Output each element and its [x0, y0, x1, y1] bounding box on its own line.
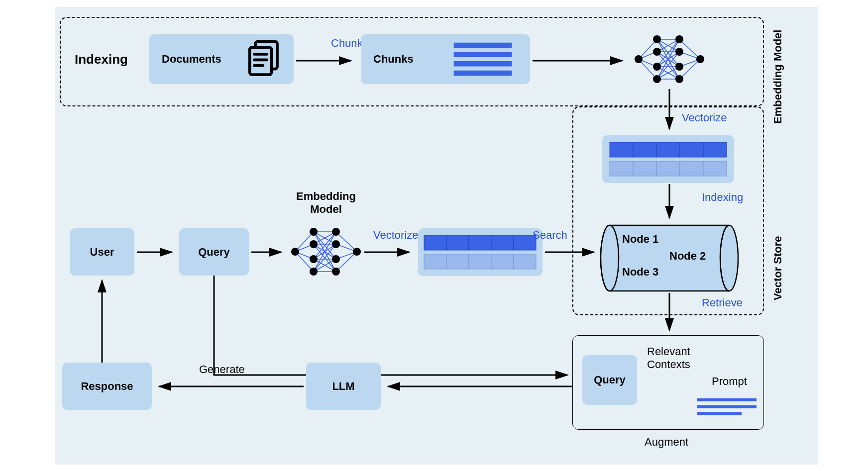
svg-line-34 [679, 59, 700, 79]
documents-icon [243, 36, 289, 82]
prompt-label: Prompt [712, 375, 747, 388]
response-label: Response [81, 380, 133, 393]
svg-point-91 [332, 228, 340, 236]
documents-label: Documents [162, 53, 221, 66]
search-label: Search [533, 229, 567, 242]
arrow-indexing-down [664, 184, 674, 223]
arrow-query-to-augment [209, 276, 577, 390]
svg-rect-55 [703, 161, 727, 176]
indexing-down-label: Indexing [702, 191, 743, 204]
svg-rect-50 [703, 142, 727, 157]
arrow-response-to-user [97, 276, 107, 363]
svg-point-92 [332, 240, 340, 248]
arrow-retrieve [664, 293, 674, 335]
svg-rect-51 [610, 161, 633, 176]
svg-line-82 [336, 232, 357, 252]
svg-rect-97 [424, 235, 446, 250]
arrow-query-nn [251, 247, 286, 257]
svg-rect-98 [446, 235, 469, 250]
neural-net-icon-center [286, 222, 366, 282]
arrow-augment-llm [383, 381, 572, 391]
augment-query-label: Query [594, 374, 626, 386]
svg-point-42 [675, 63, 683, 71]
svg-point-41 [675, 48, 683, 56]
svg-point-89 [310, 255, 318, 263]
svg-line-85 [336, 252, 357, 272]
svg-point-35 [635, 55, 643, 63]
vectorize-top-label: Vectorize [682, 111, 727, 124]
arrow-chunks-to-nn [533, 56, 627, 66]
svg-rect-46 [610, 142, 633, 157]
svg-rect-53 [656, 161, 680, 176]
svg-point-37 [653, 48, 661, 56]
svg-point-87 [310, 228, 318, 236]
svg-point-44 [696, 55, 704, 63]
embedding-model-side-label: Embedding Model [771, 24, 784, 124]
svg-point-58 [601, 225, 619, 291]
diagram-canvas: Indexing Documents Chunking Chunks [55, 7, 818, 465]
embedding-model-center-label: Embedding Model [291, 190, 361, 216]
svg-point-40 [675, 35, 683, 43]
query-label: Query [198, 246, 230, 259]
svg-rect-103 [446, 254, 469, 269]
svg-rect-106 [514, 254, 536, 269]
svg-point-36 [653, 35, 661, 43]
relevant-contexts-label: Relevant Contexts [647, 345, 690, 371]
user-label: User [90, 246, 114, 259]
svg-rect-104 [469, 254, 491, 269]
vectorize-mid-label: Vectorize [373, 229, 419, 242]
svg-rect-54 [680, 161, 703, 176]
retrieve-label: Retrieve [702, 296, 743, 309]
chunks-label: Chunks [373, 53, 414, 66]
vector-panel-top [602, 135, 734, 183]
llm-node: LLM [306, 363, 381, 410]
svg-rect-47 [633, 142, 656, 157]
svg-point-94 [332, 268, 340, 276]
indexing-title: Indexing [75, 52, 128, 67]
svg-point-43 [675, 75, 683, 83]
svg-rect-102 [424, 254, 446, 269]
chunks-icon [443, 42, 523, 77]
arrow-user-query [137, 247, 177, 257]
vector-panel-mid [418, 228, 542, 276]
db-node3-label: Node 3 [622, 266, 658, 279]
svg-point-95 [353, 248, 361, 256]
arrow-search [545, 247, 599, 257]
response-node: Response [62, 363, 152, 410]
svg-point-38 [653, 63, 661, 71]
arrow-chunking [296, 56, 356, 66]
augment-query-node: Query [582, 355, 637, 405]
arrow-llm-response [154, 381, 304, 391]
neural-net-icon-top [630, 29, 709, 89]
prompt-lines-icon [697, 396, 757, 416]
arrow-vectorize-mid [364, 247, 414, 257]
svg-rect-100 [491, 235, 514, 250]
db-node2-label: Node 2 [669, 250, 706, 263]
generate-label: Generate [199, 363, 245, 376]
svg-rect-105 [491, 254, 514, 269]
svg-rect-48 [656, 142, 680, 157]
svg-line-31 [679, 39, 700, 59]
query-node: Query [179, 228, 249, 276]
svg-rect-52 [633, 161, 656, 176]
vector-store-side-label: Vector Store [771, 221, 784, 300]
svg-rect-49 [680, 142, 703, 157]
svg-point-86 [291, 248, 299, 256]
svg-point-88 [310, 240, 318, 248]
arrow-vectorize-top [664, 89, 674, 134]
db-node1-label: Node 1 [622, 233, 658, 246]
svg-point-39 [653, 75, 661, 83]
user-node: User [70, 228, 134, 276]
augment-caption: Augment [645, 436, 688, 449]
svg-rect-99 [469, 235, 491, 250]
svg-point-93 [332, 255, 340, 263]
svg-point-90 [310, 268, 318, 276]
llm-label: LLM [332, 380, 354, 393]
